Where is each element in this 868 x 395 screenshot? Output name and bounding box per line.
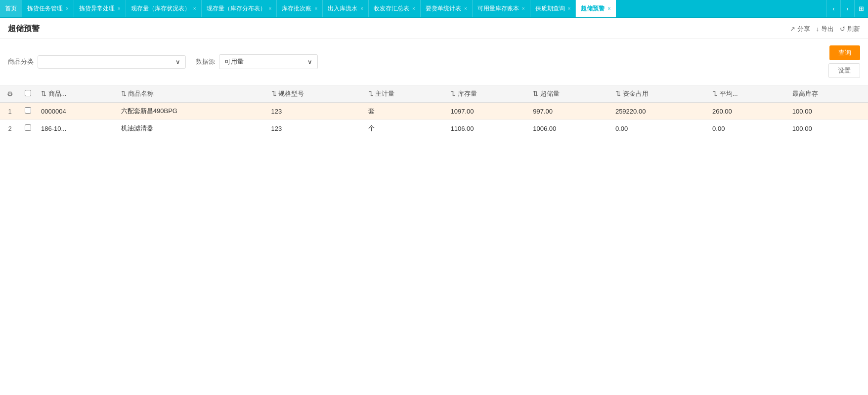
nav-close-btn-4[interactable]: ×: [269, 6, 272, 11]
col-unit[interactable]: ⇅ 主计量: [363, 85, 446, 103]
refresh-label: 刷新: [847, 25, 860, 34]
col-spec-label: ⇅ 规格型号: [271, 90, 304, 97]
page-header: 超储预警 ↗ 分享 ↓ 导出 ↺ 刷新: [0, 18, 868, 39]
row-checkbox-0[interactable]: [25, 107, 31, 114]
col-overstock-label: ⇅ 超储量: [533, 90, 560, 97]
query-button[interactable]: 查询: [829, 45, 860, 60]
nav-item-label-8: 要货单统计表: [426, 4, 461, 13]
nav-arrows: ‹ › ⊞: [826, 0, 868, 17]
row-num-0: 1: [0, 103, 20, 120]
col-spec[interactable]: ⇅ 规格型号: [266, 85, 363, 103]
row-avg-1: 0.00: [707, 120, 787, 137]
col-checkbox-header[interactable]: [20, 85, 36, 103]
row-product-name-1: 机油滤清器: [116, 120, 266, 137]
gear-icon[interactable]: ⚙: [7, 90, 13, 98]
nav-prev-btn[interactable]: ‹: [826, 0, 840, 17]
nav-item-11[interactable]: 超储预警×: [576, 0, 616, 17]
nav-close-btn-5[interactable]: ×: [314, 6, 317, 11]
row-overstock-1: 1006.00: [528, 120, 610, 137]
nav-item-9[interactable]: 可用量库存账本×: [473, 0, 530, 17]
nav-item-label-1: 拣货任务管理: [27, 4, 63, 13]
nav-item-10[interactable]: 保质期查询×: [530, 0, 576, 17]
nav-item-6[interactable]: 出入库流水×: [323, 0, 369, 17]
header-actions: ↗ 分享 ↓ 导出 ↺ 刷新: [790, 25, 861, 34]
row-checkbox-col-0[interactable]: [20, 103, 36, 120]
nav-next-btn[interactable]: ›: [840, 0, 854, 17]
nav-item-label-5: 库存批次账: [282, 4, 311, 13]
share-icon: ↗: [790, 25, 795, 33]
chevron-down-icon: ∨: [175, 58, 180, 66]
nav-close-btn-11[interactable]: ×: [608, 6, 610, 11]
nav-item-label-3: 现存量（库存状况表）: [131, 4, 190, 13]
col-stock[interactable]: ⇅ 库存量: [445, 85, 528, 103]
col-capital-label: ⇅ 资金占用: [615, 90, 649, 97]
datasource-value: 可用量: [224, 57, 244, 66]
col-product-name-label: ⇅ 商品名称: [121, 90, 154, 97]
nav-item-label-2: 拣货异常处理: [79, 4, 115, 13]
row-max-stock-1: 100.00: [787, 120, 868, 137]
nav-item-label-6: 出入库流水: [328, 4, 357, 13]
row-checkbox-col-1[interactable]: [20, 120, 36, 137]
page-title: 超储预警: [8, 24, 40, 34]
filter-area: 商品分类 ∨ 数据源 可用量 ∨ 查询 设置: [0, 39, 868, 85]
col-overstock[interactable]: ⇅ 超储量: [528, 85, 610, 103]
select-all-checkbox[interactable]: [25, 90, 31, 96]
nav-item-label-10: 保质期查询: [535, 4, 565, 13]
export-label: 导出: [821, 25, 834, 34]
row-stock-1: 1106.00: [445, 120, 528, 137]
col-product-name[interactable]: ⇅ 商品名称: [116, 85, 266, 103]
col-product-code[interactable]: ⇅ 商品...: [36, 85, 116, 103]
col-avg-label: ⇅ 平均...: [712, 90, 738, 97]
table-container: ⚙ ⇅ 商品... ⇅ 商品名称 ⇅ 规格型号 ⇅ 主计量: [0, 85, 868, 137]
col-stock-label: ⇅ 库存量: [450, 90, 477, 97]
col-max-stock[interactable]: 最高库存: [787, 85, 868, 103]
category-select[interactable]: ∨: [38, 55, 186, 69]
nav-close-btn-9[interactable]: ×: [522, 6, 525, 11]
nav-item-8[interactable]: 要货单统计表×: [421, 0, 473, 17]
row-spec-1: 123: [266, 120, 363, 137]
page-container: 超储预警 ↗ 分享 ↓ 导出 ↺ 刷新 商品分类 ∨ 数据源: [0, 18, 868, 395]
refresh-button[interactable]: ↺ 刷新: [840, 25, 860, 34]
data-table: ⚙ ⇅ 商品... ⇅ 商品名称 ⇅ 规格型号 ⇅ 主计量: [0, 85, 868, 137]
nav-item-7[interactable]: 收发存汇总表×: [369, 0, 421, 17]
nav-expand-btn[interactable]: ⊞: [854, 0, 868, 17]
col-avg[interactable]: ⇅ 平均...: [707, 85, 787, 103]
nav-close-btn-6[interactable]: ×: [360, 6, 363, 11]
settings-button[interactable]: 设置: [828, 63, 860, 78]
nav-item-2[interactable]: 拣货异常处理×: [74, 0, 126, 17]
col-product-code-label: ⇅ 商品...: [41, 90, 66, 97]
row-unit-0: 套: [363, 103, 446, 120]
table-row: 2 186-10... 机油滤清器 123 个 1106.00 1006.00 …: [0, 120, 868, 137]
nav-close-btn-7[interactable]: ×: [412, 6, 415, 11]
nav-close-btn-1[interactable]: ×: [66, 6, 69, 11]
col-settings[interactable]: ⚙: [0, 85, 20, 103]
row-num-1: 2: [0, 120, 20, 137]
row-overstock-0: 997.00: [528, 103, 610, 120]
col-max-stock-label: 最高库存: [792, 90, 818, 97]
row-stock-0: 1097.00: [445, 103, 528, 120]
nav-item-3[interactable]: 现存量（库存状况表）×: [126, 0, 202, 17]
nav-close-btn-2[interactable]: ×: [118, 6, 121, 11]
nav-item-0[interactable]: 首页: [0, 0, 22, 17]
row-checkbox-1[interactable]: [25, 124, 31, 131]
row-capital-1: 0.00: [610, 120, 707, 137]
refresh-icon: ↺: [840, 25, 845, 33]
nav-item-5[interactable]: 库存批次账×: [277, 0, 323, 17]
nav-item-1[interactable]: 拣货任务管理×: [22, 0, 74, 17]
export-icon: ↓: [816, 25, 820, 33]
nav-item-label-9: 可用量库存账本: [477, 4, 519, 13]
share-button[interactable]: ↗ 分享: [790, 25, 810, 34]
nav-item-label-7: 收发存汇总表: [374, 4, 409, 13]
nav-close-btn-8[interactable]: ×: [464, 6, 467, 11]
nav-close-btn-3[interactable]: ×: [193, 6, 196, 11]
nav-item-label-11: 超储预警: [581, 4, 605, 13]
export-button[interactable]: ↓ 导出: [816, 25, 834, 34]
col-capital[interactable]: ⇅ 资金占用: [610, 85, 707, 103]
nav-item-4[interactable]: 现存量（库存分布表）×: [202, 0, 277, 17]
nav-close-btn-10[interactable]: ×: [568, 6, 571, 11]
table-header: ⚙ ⇅ 商品... ⇅ 商品名称 ⇅ 规格型号 ⇅ 主计量: [0, 85, 868, 103]
category-filter: 商品分类 ∨: [8, 55, 186, 69]
row-product-name-0: 六配套新昌490BPG: [116, 103, 266, 120]
category-label: 商品分类: [8, 57, 34, 66]
datasource-select[interactable]: 可用量 ∨: [219, 54, 318, 69]
